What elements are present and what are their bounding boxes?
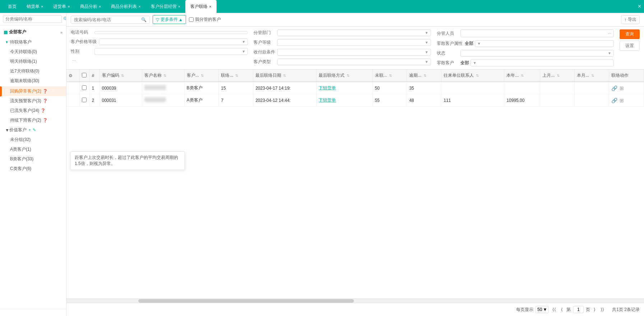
branch-person-input[interactable]: ··· <box>460 29 614 37</box>
settings-button[interactable]: 设置 <box>620 41 640 51</box>
select-all-checkbox[interactable] <box>82 73 87 77</box>
last-month-sort-icon: ⇅ <box>557 74 560 77</box>
nav-customer-tier-close[interactable]: × <box>178 4 180 9</box>
sidebar-search-input[interactable] <box>3 15 62 23</box>
nav-customer-tier[interactable]: 客户分层经营 × <box>146 0 185 13</box>
query-button[interactable]: 查询 <box>620 29 640 39</box>
nav-sales[interactable]: 销货单 × <box>22 0 48 13</box>
nav-purchase[interactable]: 进货单 × <box>48 0 75 13</box>
nav-customer-contact-close[interactable]: × <box>209 4 211 9</box>
main-search-icon[interactable]: 🔍 <box>141 17 147 22</box>
first-page-button[interactable]: ⟨⟨ <box>551 306 557 313</box>
filter-payment-row: 收付款条件 ▼ <box>254 49 431 56</box>
sidebar-item-ungroup[interactable]: 未分组(32) <box>0 135 66 145</box>
horizontal-scrollbar[interactable] <box>66 298 644 303</box>
sidebar-item-class-c[interactable]: C类客户(6) <box>0 164 66 174</box>
more-filters-dots[interactable]: ··· <box>72 58 76 63</box>
sidebar-item-today[interactable]: 今天待联络(0) <box>0 47 66 57</box>
payment-terms-select[interactable]: ▼ <box>277 49 431 56</box>
th-last-contact-date[interactable]: 最后联络日期 ⇅ <box>253 70 316 82</box>
prev-page-button[interactable]: ⟨ <box>560 306 564 313</box>
export-button[interactable]: ↑ 导出 <box>621 15 640 24</box>
nav-goods-analysis[interactable]: 商品分析 × <box>75 0 106 13</box>
sidebar-collapse-icon[interactable]: » <box>60 30 62 34</box>
th-last-month[interactable]: 上月... ⇅ <box>540 70 575 82</box>
current-page-input[interactable] <box>573 306 584 313</box>
next-page-button[interactable]: ⟩ <box>592 306 597 313</box>
value-customers-group-title[interactable]: ▼ 价值客户 ⚬ ✎ <box>0 125 66 135</box>
nav-goods-analysis-list[interactable]: 商品分析列表 × <box>106 0 145 13</box>
nav-customer-tier-label: 客户分层经营 <box>151 4 177 10</box>
sidebar-all-customers[interactable]: ▦ 全部客户 » <box>0 27 66 37</box>
repurchase-anomaly-label: 回购异常客户(2) <box>10 88 41 94</box>
nav-purchase-label: 进货单 <box>53 4 66 10</box>
value-customers-edit-icon[interactable]: ⚬ <box>28 128 31 132</box>
sidebar-item-churned[interactable]: 已流失客户(24) ❓ <box>0 106 66 115</box>
retail-attr-select[interactable]: ▼ <box>475 40 614 47</box>
row-checkbox-0[interactable] <box>82 85 87 90</box>
action-grid-icon-0[interactable]: ⊞ <box>620 85 624 91</box>
pending-contact-title[interactable]: ▼ 待联络客户 <box>0 37 66 47</box>
sidebar-item-repurchase-anomaly[interactable]: 回购异常客户(2) ❓ <box>0 86 66 96</box>
td-uncontacted-1: 55 <box>372 94 407 107</box>
year-sort-icon: ⇅ <box>521 74 524 77</box>
table-wrap: 距客户上次交易时长，超过了此客户的平均交易周期的1.5倍，则视为异常。 ⚙ # … <box>66 70 644 298</box>
action-grid-icon-1[interactable]: ⊞ <box>620 98 624 103</box>
nav-goods-analysis-list-close[interactable]: × <box>138 4 140 9</box>
nav-goods-analysis-close[interactable]: × <box>99 4 101 9</box>
th-last-contact-method[interactable]: 最后联络方式 ⇅ <box>316 70 372 82</box>
retail-customer-select[interactable]: ▼ <box>471 60 614 66</box>
window-close-button[interactable]: × <box>638 0 641 13</box>
customer-level-select[interactable]: ▼ <box>277 39 431 46</box>
sidebar-item-7days[interactable]: 近7天待联络(0) <box>0 66 66 76</box>
row-checkbox-1[interactable] <box>82 98 87 102</box>
branch-dept-select[interactable]: ▼ <box>277 29 431 36</box>
sidebar-item-declining[interactable]: 持续下滑客户(2) ❓ <box>0 115 66 125</box>
th-current-year[interactable]: 本年... ⇅ <box>504 70 540 82</box>
th-name[interactable]: 客户名称 ⇅ <box>142 70 184 82</box>
cur-month-sort-icon: ⇅ <box>591 74 594 77</box>
scrollbar-thumb[interactable] <box>138 299 354 303</box>
nav-home[interactable]: 首页 <box>3 0 22 13</box>
export-label: 导出 <box>628 16 636 23</box>
sidebar-item-class-b[interactable]: B类客户(33) <box>0 154 66 164</box>
value-customers-settings-icon[interactable]: ✎ <box>33 128 36 132</box>
sidebar-item-churn-warning[interactable]: 流失预警客户(3) ❓ <box>0 96 66 106</box>
contact-count-sort-icon: ⇅ <box>235 74 238 77</box>
th-contact-count[interactable]: 联络... ⇅ <box>219 70 253 82</box>
th-level[interactable]: 客户... ⇅ <box>184 70 219 82</box>
my-customers-checkbox[interactable] <box>189 17 194 22</box>
phone-input[interactable] <box>94 31 248 34</box>
last-page-button[interactable]: ⟩⟩ <box>599 306 606 313</box>
price-level-select[interactable]: ▼ <box>99 38 248 45</box>
filter-more-button[interactable]: ▽ 更多条件 ▲ <box>153 15 186 24</box>
active-indicator <box>0 86 2 96</box>
gender-select[interactable]: ▼ <box>94 48 248 55</box>
td-overdue-1: 48 <box>407 94 441 107</box>
status-select[interactable]: ▼ <box>460 50 614 57</box>
th-code[interactable]: 客户编码 ⇅ <box>99 70 142 82</box>
th-un-contacted[interactable]: 未联... ⇅ <box>372 70 407 82</box>
customers-table: ⚙ # 客户编码 ⇅ 客户名称 ⇅ <box>66 70 644 107</box>
per-page-label: 每页显示 <box>516 307 533 313</box>
action-link-icon-1[interactable]: 🔗 <box>611 98 617 103</box>
action-link-icon-0[interactable]: 🔗 <box>611 85 617 91</box>
declining-label: 持续下滑客户(2) <box>10 117 41 123</box>
sidebar-item-overdue[interactable]: 逾期未联络(30) <box>0 76 66 86</box>
nav-customer-contact[interactable]: 客户联络 × <box>185 0 216 13</box>
main-layout: 🔍 ▦ 全部客户 » ▼ 待联络客户 今天待联络(0) 明天待联络(1) <box>0 13 644 316</box>
th-current-month[interactable]: 本月... ⇅ <box>575 70 609 82</box>
sidebar-item-class-a[interactable]: A类客户(1) <box>0 145 66 154</box>
nav-sales-close[interactable]: × <box>41 4 43 9</box>
sidebar-item-tomorrow[interactable]: 明天待联络(1) <box>0 57 66 66</box>
td-uncontacted-0: 50 <box>372 82 407 94</box>
th-contact-person[interactable]: 往来单位联系人 ⇅ <box>441 70 504 82</box>
tomorrow-contact-label: 明天待联络(1) <box>10 58 37 65</box>
sidebar-search-icon[interactable]: 🔍 <box>63 16 66 22</box>
main-search-input[interactable] <box>74 17 140 22</box>
nav-purchase-close[interactable]: × <box>68 4 70 9</box>
customer-type-select[interactable]: ▼ <box>277 58 431 65</box>
th-overdue[interactable]: 逾期... ⇅ <box>407 70 441 82</box>
table-settings-icon[interactable]: ⚙ <box>69 73 73 78</box>
page-size-select[interactable]: 50 ▼ <box>536 306 549 313</box>
